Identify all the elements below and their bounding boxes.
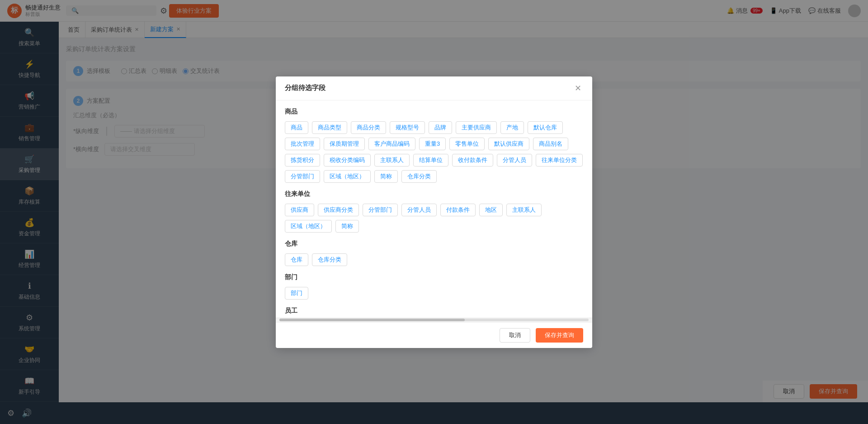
field-tag-结算单位[interactable]: 结算单位 xyxy=(413,154,448,167)
field-tag-仓库[interactable]: 仓库 xyxy=(285,253,308,266)
field-tag-地区[interactable]: 地区 xyxy=(479,204,503,216)
modal-title: 分组待选字段 xyxy=(285,84,326,92)
field-tag-简称[interactable]: 简称 xyxy=(335,220,359,233)
field-tag-区域（地区）[interactable]: 区域（地区） xyxy=(324,170,371,183)
field-tag-批次管理[interactable]: 批次管理 xyxy=(285,138,320,150)
horizontal-scrollbar[interactable] xyxy=(279,319,589,321)
field-tag-品牌[interactable]: 品牌 xyxy=(429,121,452,134)
field-tag-供应商[interactable]: 供应商 xyxy=(285,204,314,216)
field-tag-客户商品编码[interactable]: 客户商品编码 xyxy=(368,138,415,150)
section-title-员工: 员工 xyxy=(285,307,583,315)
field-tag-规格型号[interactable]: 规格型号 xyxy=(390,121,425,134)
field-tag-仓库分类[interactable]: 仓库分类 xyxy=(401,170,437,183)
field-tag-简称[interactable]: 简称 xyxy=(374,170,398,183)
field-tag-商品分类[interactable]: 商品分类 xyxy=(351,121,386,134)
modal-close-btn[interactable]: ✕ xyxy=(572,83,583,94)
field-tag-拣货积分[interactable]: 拣货积分 xyxy=(285,154,320,167)
modal: 分组待选字段 ✕ 商品商品商品类型商品分类规格型号品牌主要供应商产地默认仓库批次… xyxy=(276,76,592,348)
field-tag-默认供应商[interactable]: 默认供应商 xyxy=(488,138,529,150)
field-tag-零售单位[interactable]: 零售单位 xyxy=(449,138,485,150)
section-title-商品: 商品 xyxy=(285,108,583,116)
field-grid-商品: 商品商品类型商品分类规格型号品牌主要供应商产地默认仓库批次管理保质期管理客户商品… xyxy=(285,121,583,183)
field-tag-重量3[interactable]: 重量3 xyxy=(419,138,446,150)
field-grid-部门: 部门 xyxy=(285,287,583,300)
section-title-部门: 部门 xyxy=(285,273,583,281)
modal-confirm-btn[interactable]: 保存并查询 xyxy=(536,328,583,343)
modal-overlay: 分组待选字段 ✕ 商品商品商品类型商品分类规格型号品牌主要供应商产地默认仓库批次… xyxy=(0,0,868,424)
section-title-往来单位: 往来单位 xyxy=(285,190,583,198)
field-tag-分管人员[interactable]: 分管人员 xyxy=(497,154,532,167)
modal-body[interactable]: 商品商品商品类型商品分类规格型号品牌主要供应商产地默认仓库批次管理保质期管理客户… xyxy=(276,100,592,318)
field-tag-收付款条件[interactable]: 收付款条件 xyxy=(452,154,493,167)
field-tag-分管部门[interactable]: 分管部门 xyxy=(285,170,320,183)
modal-cancel-btn[interactable]: 取消 xyxy=(500,328,530,343)
field-tag-保质期管理[interactable]: 保质期管理 xyxy=(324,138,365,150)
field-tag-分管人员[interactable]: 分管人员 xyxy=(401,204,437,216)
field-tag-分管部门[interactable]: 分管部门 xyxy=(363,204,398,216)
modal-scrollbar-area xyxy=(276,318,592,322)
field-tag-商品别名[interactable]: 商品别名 xyxy=(533,138,568,150)
modal-footer: 取消 保存并查询 xyxy=(276,322,592,348)
field-tag-供应商分类[interactable]: 供应商分类 xyxy=(318,204,359,216)
field-tag-主联系人[interactable]: 主联系人 xyxy=(374,154,410,167)
field-tag-税收分类编码[interactable]: 税收分类编码 xyxy=(324,154,371,167)
field-grid-往来单位: 供应商供应商分类分管部门分管人员付款条件地区主联系人区域（地区）简称 xyxy=(285,204,583,233)
field-tag-区域（地区）[interactable]: 区域（地区） xyxy=(285,220,332,233)
field-tag-主联系人[interactable]: 主联系人 xyxy=(506,204,542,216)
section-title-仓库: 仓库 xyxy=(285,240,583,248)
field-tag-商品类型[interactable]: 商品类型 xyxy=(312,121,347,134)
field-tag-部门[interactable]: 部门 xyxy=(285,287,308,300)
field-tag-仓库分类[interactable]: 仓库分类 xyxy=(312,253,347,266)
modal-header: 分组待选字段 ✕ xyxy=(276,76,592,100)
field-tag-产地[interactable]: 产地 xyxy=(500,121,524,134)
field-tag-付款条件[interactable]: 付款条件 xyxy=(440,204,476,216)
scrollbar-thumb xyxy=(279,319,465,321)
field-grid-仓库: 仓库仓库分类 xyxy=(285,253,583,266)
field-tag-主要供应商[interactable]: 主要供应商 xyxy=(456,121,497,134)
field-tag-商品[interactable]: 商品 xyxy=(285,121,308,134)
field-tag-往来单位分类[interactable]: 往来单位分类 xyxy=(536,154,583,167)
field-tag-默认仓库[interactable]: 默认仓库 xyxy=(528,121,563,134)
